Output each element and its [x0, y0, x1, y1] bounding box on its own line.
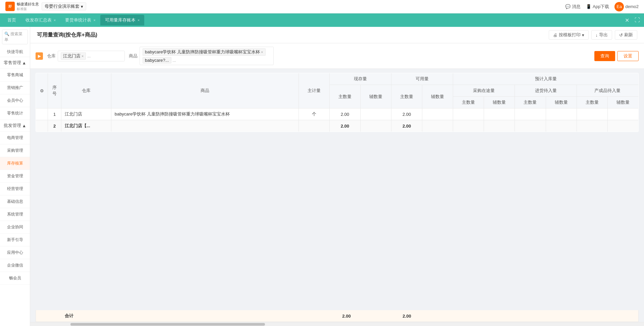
logo-text-block: 畅捷通好生意 标准版 — [17, 2, 39, 11]
tab-available-stock[interactable]: 可用量库存账本 × — [100, 15, 144, 26]
table-container: ⚙ 序号 仓库 商品 主计量 现存量 可用量 预计入库量 主数量 辅数量 主数量… — [30, 69, 644, 310]
tab-available-stock-close[interactable]: × — [138, 18, 140, 22]
app-download-label: App下载 — [593, 4, 609, 10]
th-warehouse: 仓库 — [61, 73, 111, 108]
th-purchase-group: 采购在途量 — [453, 85, 515, 97]
sidebar-item-member[interactable]: 会员中心 — [0, 94, 30, 107]
sidebar-item-system-label: 系统管理 — [7, 212, 23, 217]
sidebar-item-ecommerce[interactable]: 电商管理 — [0, 132, 30, 144]
cell-pur-main — [453, 108, 484, 120]
sidebar-item-retail-shop-label: 零售商城 — [7, 72, 23, 78]
main-layout: 🔍 搜索菜单 快捷导航 零售管理 ▲ 零售商城 营销推广 会员中心 零售统计 批… — [0, 27, 644, 326]
sidebar-item-enterprise[interactable]: 企业协同 — [0, 221, 30, 234]
settings-btn[interactable]: 设置 — [617, 51, 639, 61]
nav-expand-btn[interactable]: ⛶ — [633, 16, 641, 25]
sidebar-item-vip[interactable]: 畅会员 — [0, 272, 30, 285]
th-inc-aux: 辅数量 — [546, 97, 577, 108]
sidebar-item-retail[interactable]: 零售管理 ▲ — [0, 57, 30, 69]
user-area[interactable]: Ea demo2 — [614, 2, 639, 11]
refresh-btn[interactable]: ↺ 刷新 — [615, 30, 637, 40]
sidebar-item-system[interactable]: 系统管理 — [0, 208, 30, 221]
subtotal-warehouse: 江北门店【... — [61, 120, 111, 132]
th-stock-aux: 辅数量 — [360, 85, 391, 108]
th-avail-main: 主数量 — [391, 85, 422, 108]
th-inc-main: 主数量 — [515, 97, 546, 108]
top-bar: 好 畅捷通好生意 标准版 母婴行业演示账套 ▾ 💬 消息 📱 App下载 Ea … — [0, 0, 644, 13]
scroll-thumb[interactable] — [70, 323, 265, 326]
filter-product-value1: babycare学饮杯 儿童防摔防撞吸管杯重力球吸嘴杯宝宝水杯 — [145, 49, 260, 55]
logo-text: 畅捷通好生意 — [17, 2, 39, 6]
sidebar-item-retail-label: 零售管理 — [4, 60, 21, 66]
th-product: 商品 — [111, 73, 299, 108]
sidebar-item-wechat-label: 企业微信 — [7, 263, 23, 268]
filter-product-tag1-remove[interactable]: × — [261, 50, 263, 54]
cell-no: 1 — [48, 108, 61, 120]
cell-avail-aux — [422, 108, 453, 120]
sidebar-item-purchase[interactable]: 采购管理 — [0, 144, 30, 157]
filter-product-label: 商品 — [129, 53, 138, 59]
sidebar-item-retail-shop[interactable]: 零售商城 — [0, 69, 30, 82]
th-pur-main: 主数量 — [453, 97, 484, 108]
tab-receive-send-close[interactable]: × — [54, 18, 56, 22]
filter-product-input[interactable]: babycare学饮杯 儿童防摔防撞吸管杯重力球吸嘴杯宝宝水杯 × babyca… — [140, 47, 274, 65]
sidebar-item-inventory[interactable]: 库存核算 — [0, 157, 30, 170]
filter-product-more[interactable]: ... — [173, 58, 176, 63]
tab-order-stats[interactable]: 要货单统计表 × — [60, 15, 100, 26]
sidebar-item-wholesale[interactable]: 批发管理 ▲ — [0, 120, 30, 132]
sidebar-item-operations[interactable]: 经营管理 — [0, 183, 30, 195]
subtotal-pur-main — [453, 120, 484, 132]
sidebar-item-retail-stats-label: 零售统计 — [7, 110, 23, 116]
filter-expand-btn[interactable]: ▶ — [36, 52, 43, 60]
nav-tabs: 首页 收发存汇总表 × 要货单统计表 × 可用量库存账本 × ✕ ⛶ — [0, 13, 644, 27]
sidebar-item-retail-stats[interactable]: 零售统计 — [0, 107, 30, 120]
table-subtotal-row: 2 江北门店【... 2.00 2.00 — [36, 120, 639, 132]
sidebar-item-finance[interactable]: 资金管理 — [0, 170, 30, 183]
filter-warehouse-tag: 江北门店 × — [61, 52, 86, 60]
sidebar-search-btn[interactable]: 🔍 搜索菜单 — [2, 30, 28, 44]
app-download-btn[interactable]: 📱 App下载 — [586, 4, 609, 10]
filter-warehouse-more[interactable]: ... — [87, 54, 91, 58]
query-btn[interactable]: 查询 — [594, 51, 615, 61]
filter-bar: ▶ 仓库 江北门店 × ... 商品 babycare学饮杯 儿童防摔防撞吸管杯… — [30, 43, 644, 69]
sidebar-item-finance-label: 资金管理 — [7, 173, 23, 179]
sidebar-item-enterprise-label: 企业协同 — [7, 224, 23, 230]
sidebar-item-apps[interactable]: 应用中心 — [0, 246, 30, 259]
th-settings[interactable]: ⚙ — [36, 73, 48, 108]
filter-warehouse-remove[interactable]: × — [82, 54, 84, 58]
filter-warehouse-input[interactable]: 江北门店 × ... — [58, 51, 125, 61]
tab-receive-send[interactable]: 收发存汇总表 × — [21, 15, 60, 26]
filter-actions: 查询 设置 — [594, 51, 639, 61]
logo-sub: 标准版 — [17, 7, 39, 11]
subtotal-stock-main: 2.00 — [329, 120, 360, 132]
top-bar-left: 好 畅捷通好生意 标准版 母婴行业演示账套 ▾ — [5, 2, 86, 11]
sidebar-item-basic[interactable]: 基础信息 — [0, 195, 30, 208]
scroll-track — [30, 322, 644, 326]
page-actions: 🖨 按模板打印 ▾ ↓ 导出 ↺ 刷新 — [549, 30, 638, 40]
nav-close-btn[interactable]: ✕ — [624, 16, 631, 25]
sidebar-item-marketing[interactable]: 营销推广 — [0, 82, 30, 94]
message-btn[interactable]: 💬 消息 — [565, 4, 581, 10]
message-label: 消息 — [572, 4, 581, 10]
tab-order-stats-close[interactable]: × — [93, 18, 95, 22]
subtotal-avail-aux — [422, 120, 453, 132]
tab-available-stock-label: 可用量库存账本 — [105, 17, 136, 23]
th-pro-main: 主数量 — [577, 97, 607, 108]
subtotal-product — [111, 120, 299, 132]
sidebar-item-member-label: 会员中心 — [7, 98, 23, 103]
tenant-select[interactable]: 母婴行业演示账套 ▾ — [42, 2, 86, 10]
content-area: 可用量查询(按仓库+商品) 🖨 按模板打印 ▾ ↓ 导出 ↺ 刷新 ▶ — [30, 27, 644, 326]
tab-home[interactable]: 首页 — [3, 15, 21, 26]
refresh-label: 刷新 — [624, 32, 633, 38]
sidebar-quick-nav[interactable]: 快捷导航 — [0, 47, 30, 57]
print-dropdown-icon: ▾ — [582, 33, 584, 38]
sidebar-item-wechat[interactable]: 企业微信 — [0, 259, 30, 272]
footer-area: 合计 2.00 2.00 — [30, 310, 644, 322]
th-pro-aux: 辅数量 — [607, 97, 638, 108]
export-btn[interactable]: ↓ 导出 — [591, 30, 612, 40]
footer-stock-main: 2.00 — [330, 314, 363, 319]
print-btn[interactable]: 🖨 按模板打印 ▾ — [549, 30, 589, 40]
data-table: ⚙ 序号 仓库 商品 主计量 现存量 可用量 预计入库量 主数量 辅数量 主数量… — [36, 73, 639, 132]
sidebar-item-marketing-label: 营销推广 — [7, 85, 23, 91]
sidebar-item-newbie[interactable]: 新手引导 — [0, 234, 30, 246]
footer-label: 合计 — [65, 313, 92, 319]
